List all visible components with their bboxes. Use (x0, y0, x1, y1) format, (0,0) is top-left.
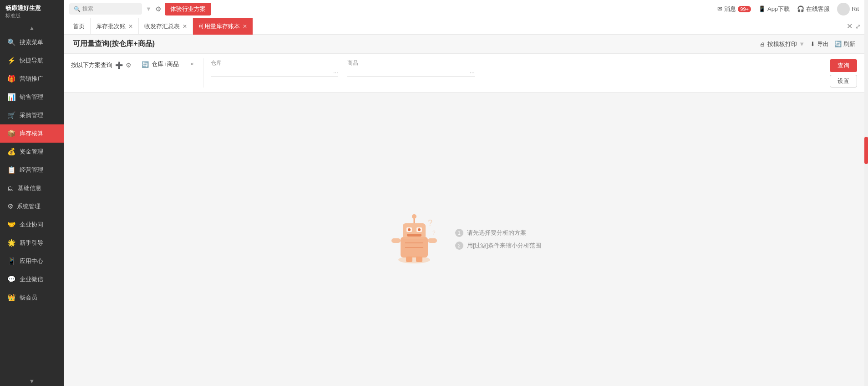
tab-batch-account[interactable]: 库存批次账 ✕ (91, 18, 139, 35)
sidebar-item-newuser[interactable]: 🌟 新手引导 (0, 234, 64, 252)
tabs-bar: 首页 库存批次账 ✕ 收发存汇总表 ✕ 可用量库存账本 ✕ ✕ ⤢ (64, 18, 864, 35)
svg-text:?: ? (428, 218, 432, 227)
wecom-icon: 💬 (7, 275, 16, 283)
app-icon: 📱 (758, 5, 766, 12)
sidebar-item-system[interactable]: ⚙ 系统管理 (0, 197, 64, 216)
query-button[interactable]: 查询 (830, 59, 857, 72)
scrollbar-thumb[interactable] (864, 137, 868, 164)
sidebar-item-marketing[interactable]: 🎁 营销推广 (0, 70, 64, 88)
tab-expand-button[interactable]: ⤢ (855, 23, 861, 30)
warehouse-input[interactable] (211, 69, 330, 76)
goods-more-icon[interactable]: ··· (470, 69, 475, 76)
print-action[interactable]: 🖨 按模板打印 ▼ (760, 40, 805, 48)
tabs-controls: ✕ ⤢ (847, 22, 861, 31)
member-icon: 👑 (7, 293, 16, 302)
goods-filter-field: 商品 ··· (347, 59, 475, 77)
empty-illustration: ? ? (387, 212, 442, 267)
online-service-label: 在线客服 (806, 5, 830, 13)
sidebar-item-finance[interactable]: 💰 资金管理 (0, 143, 64, 161)
online-service[interactable]: 🎧 在线客服 (797, 5, 830, 13)
tab-home[interactable]: 首页 (67, 18, 91, 35)
tab-close-button[interactable]: ✕ (847, 22, 853, 31)
collapse-button[interactable]: « (189, 58, 196, 69)
marketing-icon: 🎁 (7, 75, 16, 83)
close-icon[interactable]: ✕ (183, 23, 187, 30)
filter-area: 按以下方案查询 ➕ ⚙ 🔄 仓库+商品 « 仓库 ··· 商品 (64, 54, 864, 93)
sidebar-item-search[interactable]: 🔍 搜索菜单 (0, 33, 64, 51)
filter-schemes: 🔄 仓库+商品 (137, 58, 183, 70)
sidebar-item-label: 营销推广 (20, 75, 43, 83)
sidebar-item-label: 基础信息 (18, 184, 41, 192)
sidebar-item-purchase[interactable]: 🛒 采购管理 (0, 106, 64, 124)
right-scrollbar[interactable] (864, 0, 868, 386)
sidebar-item-collab[interactable]: 🤝 企业协同 (0, 216, 64, 234)
gear-icon[interactable]: ⚙ (155, 5, 161, 13)
search-box[interactable]: 🔍 搜索 (69, 3, 142, 15)
scroll-down-arrow[interactable]: ▼ (0, 376, 64, 386)
sidebar-item-member[interactable]: 👑 畅会员 (0, 288, 64, 307)
sidebar-item-basic[interactable]: 🗂 基础信息 (0, 179, 64, 197)
topbar: 🔍 搜索 ▼ ⚙ 体验行业方案 ✉ 消息 99+ 📱 App下载 🎧 在线客服 … (64, 0, 864, 18)
user-info[interactable]: Rit (837, 3, 859, 15)
refresh-icon: 🔄 (834, 41, 842, 47)
filter-section-text: 按以下方案查询 (71, 61, 112, 69)
filter-actions: 查询 设置 (830, 58, 857, 87)
sidebar-item-operation[interactable]: 📋 经营管理 (0, 161, 64, 179)
add-scheme-icon[interactable]: ➕ (115, 62, 123, 69)
export-label: 导出 (817, 40, 829, 48)
goods-input[interactable] (347, 69, 467, 76)
basic-icon: 🗂 (7, 184, 14, 192)
sidebar-item-label: 应用中心 (20, 257, 43, 265)
avatar (837, 3, 850, 15)
filter-fields: 仓库 ··· 商品 ··· (211, 58, 824, 77)
warehouse-filter-field: 仓库 ··· (211, 59, 338, 77)
warehouse-more-icon[interactable]: ··· (333, 69, 338, 76)
scroll-up-arrow[interactable]: ▲ (0, 23, 64, 33)
sidebar-item-label: 销售管理 (20, 93, 43, 101)
empty-tips: 1 请先选择要分析的方案 2 用[过滤]条件来缩小分析范围 (455, 229, 541, 250)
system-icon: ⚙ (7, 202, 13, 211)
user-name: Rit (852, 5, 859, 12)
sidebar-item-wecom[interactable]: 💬 企业微信 (0, 270, 64, 288)
tab-receipt-summary[interactable]: 收发存汇总表 ✕ (139, 18, 193, 35)
tab-receipt-summary-label: 收发存汇总表 (144, 22, 180, 31)
export-action[interactable]: ⬇ 导出 (810, 40, 829, 48)
goods-label: 商品 (347, 59, 475, 67)
settings-button[interactable]: 设置 (830, 75, 857, 87)
tab-available-ledger[interactable]: 可用量库存账本 ✕ (193, 18, 253, 35)
dropdown-arrow-icon[interactable]: ▼ (146, 5, 152, 12)
sidebar-nav: 🔍 搜索菜单 ⚡ 快捷导航 🎁 营销推广 📊 销售管理 🛒 采购管理 📦 库存核… (0, 33, 64, 376)
sidebar-item-sales[interactable]: 📊 销售管理 (0, 88, 64, 106)
svg-text:?: ? (432, 230, 436, 236)
close-icon[interactable]: ✕ (243, 23, 247, 30)
print-label: 按模板打印 (767, 40, 797, 48)
sidebar-item-label: 搜索菜单 (20, 38, 43, 46)
search-placeholder: 搜索 (82, 5, 93, 13)
print-icon: 🖨 (760, 41, 766, 47)
sidebar-item-inventory[interactable]: 📦 库存核算 (0, 124, 64, 143)
search-icon: 🔍 (7, 38, 16, 46)
sidebar-item-apps[interactable]: 📱 应用中心 (0, 252, 64, 270)
sidebar-item-label: 系统管理 (17, 202, 41, 211)
scheme-warehouse-goods[interactable]: 🔄 仓库+商品 (137, 58, 183, 70)
messages-badge: 99+ (738, 6, 751, 12)
shortcut-icon: ⚡ (7, 57, 16, 65)
trial-button[interactable]: 体验行业方案 (165, 3, 211, 15)
warehouse-label: 仓库 (211, 59, 338, 67)
apps-icon: 📱 (7, 257, 16, 265)
search-icon: 🔍 (74, 6, 81, 12)
close-icon[interactable]: ✕ (128, 23, 133, 30)
svg-point-6 (418, 228, 421, 231)
sidebar-item-shortcut[interactable]: ⚡ 快捷导航 (0, 51, 64, 70)
sidebar-item-label: 企业协同 (20, 221, 43, 229)
inventory-icon: 📦 (7, 129, 16, 138)
scheme-settings-icon[interactable]: ⚙ (126, 62, 132, 69)
filter-section-label: 按以下方案查询 ➕ ⚙ (71, 58, 132, 69)
sidebar-item-label: 经营管理 (20, 166, 43, 174)
refresh-action[interactable]: 🔄 刷新 (834, 40, 855, 48)
sales-icon: 📊 (7, 93, 16, 101)
messages-notif[interactable]: ✉ 消息 99+ (717, 5, 751, 13)
dropdown-icon[interactable]: ▼ (799, 41, 805, 47)
app-download[interactable]: 📱 App下载 (758, 5, 790, 13)
tip-num-1: 1 (455, 229, 463, 237)
